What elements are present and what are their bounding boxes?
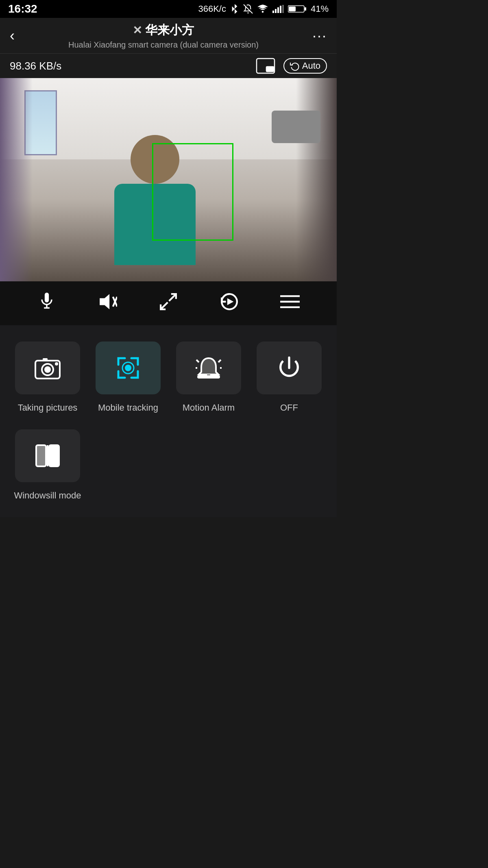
off-icon-box	[257, 342, 322, 394]
svg-rect-38	[36, 445, 46, 466]
svg-rect-5	[280, 6, 281, 13]
app-title: ✕ 华来小方	[15, 22, 312, 39]
windowsill-icon	[35, 443, 61, 469]
notification-muted-icon	[243, 4, 253, 14]
header-center: ✕ 华来小方 Hualai Xiaofang smart camera (dua…	[15, 22, 312, 50]
app-subtitle: Hualai Xiaofang smart camera (dual camer…	[15, 40, 312, 50]
camera-icon	[35, 355, 61, 381]
fullscreen-icon	[159, 292, 178, 311]
app-header: ‹ ✕ 华来小方 Hualai Xiaofang smart camera (d…	[0, 18, 337, 54]
wifi-icon	[257, 4, 268, 13]
svg-line-0	[244, 4, 253, 13]
auto-rotate-button[interactable]: Auto	[283, 58, 327, 74]
svg-rect-11	[266, 67, 274, 72]
svg-rect-9	[289, 7, 296, 11]
mute-icon	[98, 292, 117, 311]
svg-rect-4	[277, 7, 279, 13]
svg-point-31	[125, 365, 131, 371]
battery-percent: 41%	[311, 4, 329, 14]
battery-icon	[288, 4, 307, 13]
off-label: OFF	[280, 402, 298, 413]
svg-rect-3	[275, 9, 277, 13]
taking-pictures-icon-box	[15, 342, 80, 394]
camera-feed	[0, 78, 337, 281]
svg-rect-13	[45, 293, 49, 302]
detection-overlay	[152, 143, 233, 241]
motion-alarm-label: Motion Alarm	[183, 402, 235, 413]
network-speed: 366K/c	[198, 4, 226, 14]
taking-pictures-label: Taking pictures	[18, 402, 78, 413]
status-right: 366K/c	[198, 3, 329, 15]
status-bar: 16:32 366K/c	[0, 0, 337, 18]
svg-rect-39	[49, 445, 59, 466]
svg-rect-12	[152, 144, 233, 240]
svg-line-33	[196, 360, 199, 362]
video-controls-bar: 98.36 KB/s Auto	[0, 54, 337, 78]
feature-section: Taking pictures Mobile tracking	[0, 325, 337, 517]
section-divider	[0, 322, 337, 325]
windowsill-icon-box	[15, 429, 80, 482]
ac-unit	[272, 111, 320, 143]
windowsill-mode-label: Windowsill mode	[14, 490, 81, 501]
power-icon	[276, 355, 302, 381]
feature-grid-row1: Taking pictures Mobile tracking	[12, 342, 325, 413]
microphone-icon	[37, 292, 57, 311]
curtain-right	[296, 78, 337, 281]
svg-point-28	[44, 366, 51, 373]
tracking-icon	[115, 355, 141, 381]
mute-button[interactable]	[98, 292, 117, 311]
menu-button[interactable]	[280, 292, 300, 311]
mobile-tracking-icon-box	[96, 342, 161, 394]
more-menu-button[interactable]: ···	[312, 27, 327, 44]
replay-button[interactable]	[220, 292, 239, 311]
status-time: 16:32	[8, 2, 37, 15]
back-button[interactable]: ‹	[10, 27, 15, 44]
motion-alarm-icon-box	[176, 342, 241, 394]
microphone-button[interactable]	[37, 292, 57, 311]
svg-rect-2	[272, 11, 274, 13]
pip-icon[interactable]	[256, 58, 275, 74]
alarm-icon	[196, 355, 222, 381]
fullscreen-button[interactable]	[159, 292, 178, 311]
svg-point-30	[55, 362, 58, 365]
rotate-icon	[290, 61, 300, 71]
replay-icon	[220, 292, 239, 311]
feature-item-taking-pictures[interactable]: Taking pictures	[12, 342, 83, 413]
svg-rect-29	[43, 358, 48, 361]
svg-rect-8	[305, 7, 306, 11]
svg-rect-6	[282, 5, 284, 13]
feature-item-windowsill-mode[interactable]: Windowsill mode	[12, 429, 83, 501]
feature-item-mobile-tracking[interactable]: Mobile tracking	[93, 342, 163, 413]
bluetooth-icon	[230, 3, 239, 15]
feature-item-off[interactable]: OFF	[254, 342, 325, 413]
svg-line-20	[161, 302, 168, 309]
mobile-tracking-label: Mobile tracking	[98, 402, 158, 413]
video-right-controls: Auto	[256, 58, 327, 74]
signal-icon	[272, 4, 284, 13]
action-bar	[0, 281, 337, 322]
curtain-left	[0, 78, 33, 281]
svg-rect-37	[197, 375, 220, 379]
feature-item-motion-alarm[interactable]: Motion Alarm	[173, 342, 244, 413]
logo-icon: ✕	[133, 24, 142, 37]
bandwidth-display: 98.36 KB/s	[10, 60, 61, 72]
menu-icon	[280, 292, 300, 311]
svg-point-1	[262, 11, 264, 13]
svg-marker-22	[227, 298, 233, 305]
feature-grid-row2: Windowsill mode	[12, 429, 325, 501]
auto-label: Auto	[302, 61, 320, 71]
svg-line-19	[169, 294, 176, 301]
svg-line-34	[218, 360, 221, 362]
app-title-text: 华来小方	[145, 22, 194, 39]
svg-marker-16	[100, 294, 110, 309]
